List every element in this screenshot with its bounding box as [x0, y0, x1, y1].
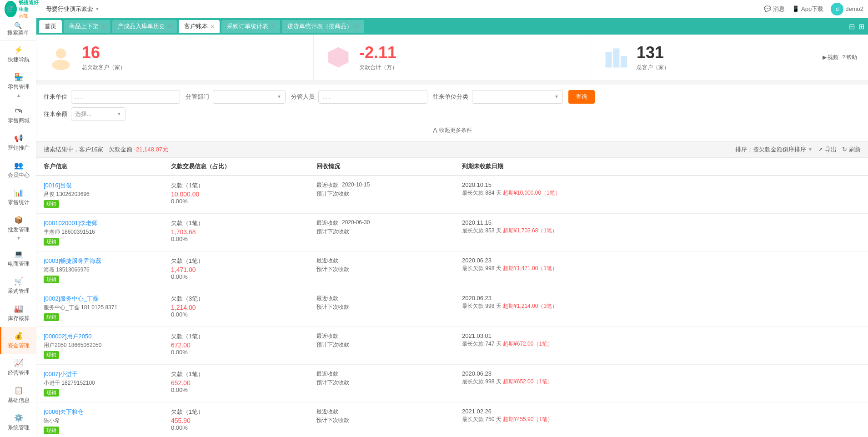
filter-label-person: 分管人员	[291, 93, 315, 101]
chevron-down-icon: ▼	[808, 147, 813, 152]
client-info: [0007]小进干 小进干 18279152100 现销	[44, 370, 171, 397]
debt-info: 欠款（3笔） 1,214.00 0.00%	[171, 295, 316, 318]
export-button[interactable]: ↗ 导出	[818, 146, 837, 154]
stat-card-debt-customers: 16 总欠款客户（家）	[36, 35, 314, 80]
filter-select-category[interactable]: ▼	[472, 90, 563, 104]
client-name[interactable]: [0002]服务中心_丁磊	[44, 295, 171, 303]
client-info: [000002]用户2050 用户2050 18665062050 现销	[44, 332, 171, 359]
refresh-button[interactable]: ↻ 刷新	[842, 146, 861, 154]
tab-production-history[interactable]: 产成品入库单历史 ✕	[112, 20, 177, 33]
client-name[interactable]: [0001020001]李老师	[44, 219, 171, 227]
overdue-link[interactable]: 超期¥1,703.68（1笔）	[503, 227, 557, 234]
client-name[interactable]: [0007]小进干	[44, 370, 171, 378]
client-tag: 现销	[44, 427, 59, 434]
help-icon: ?	[842, 54, 845, 60]
refresh-icon: ↻	[842, 146, 847, 153]
user-avatar[interactable]: d demo2	[831, 3, 863, 15]
debt-amount: 455.90	[171, 417, 316, 424]
overdue-link[interactable]: 超期¥1,214.00（3笔）	[503, 303, 557, 309]
recovery-info: 最近收款 预计下次收款	[316, 408, 462, 425]
tab-expand-icon[interactable]: ⊞	[858, 22, 864, 31]
sidebar-item-quick-nav[interactable]: ⚡ 快捷导航	[0, 41, 36, 68]
debt-count: 欠款（1笔）	[171, 332, 316, 341]
sidebar-item-system[interactable]: ⚙️ 系统管理	[0, 409, 36, 436]
sort-select[interactable]: 排序：按欠款金额倒序排序 ▼	[735, 146, 813, 154]
filter-item-category: 往来单位分类 ▼	[433, 90, 563, 104]
app-container: 🛒 畅捷通好生意 示范 母婴行业演示账套 ▼ 💬 消息 📱 App下载 d de…	[0, 0, 868, 437]
video-icon: ▶	[823, 54, 827, 60]
tab-product-listing[interactable]: 商品上下架 ✕	[64, 20, 110, 33]
sidebar-item-marketing[interactable]: 📢 营销推广	[0, 129, 36, 156]
overdue-date: 2020.06.23	[462, 257, 861, 264]
filter-row-2: 往来余额 选择... ▼	[44, 107, 861, 121]
filter-input-client[interactable]: ...	[71, 90, 180, 104]
client-tag: 现销	[44, 351, 59, 359]
sidebar-item-retail-mgmt[interactable]: 🏪 零售管理 ▲	[0, 68, 36, 102]
table-row: [0003]畅捷服务尹海蕊 海燕 18513066976 现销 欠款（1笔） 1…	[36, 251, 868, 289]
tab-customer-account[interactable]: 客户账本 ✕	[179, 20, 220, 33]
sidebar-item-finance[interactable]: 💰 资金管理	[0, 327, 36, 354]
sidebar-item-purchase[interactable]: 🛒 采购管理	[0, 272, 36, 300]
total-customers-number: 131	[637, 44, 815, 62]
client-tag: 现销	[44, 238, 59, 246]
col-header-recovery: 回收情况	[316, 162, 462, 171]
debt-amount-label: 欠款合计（万）	[359, 64, 580, 71]
client-name[interactable]: [0006]去下粮仓	[44, 408, 171, 416]
client-name[interactable]: [0016]吕俊	[44, 181, 171, 190]
debt-amount: 1,703.68	[171, 228, 316, 236]
debt-count: 欠款（1笔）	[171, 408, 316, 416]
tab-bar-controls: ⊟ ⊞	[849, 22, 866, 31]
tab-home[interactable]: 首页	[39, 20, 62, 33]
stat-card-total-customers: 131 总客户（家） ▶ 视频 ? 帮助	[591, 35, 868, 80]
search-menu[interactable]: 🔍 搜索菜单	[0, 18, 36, 41]
overdue-link[interactable]: 超期¥455.90（1笔）	[503, 416, 553, 422]
avatar: d	[831, 3, 843, 15]
message-button[interactable]: 💬 消息	[764, 5, 785, 13]
tab-close-icon[interactable]: ✕	[211, 24, 214, 29]
overdue-link[interactable]: 超期¥1,471.00（1笔）	[503, 265, 557, 271]
video-link[interactable]: ▶ 视频	[823, 54, 838, 61]
tab-collapse-icon[interactable]: ⊟	[849, 22, 855, 31]
filter-select-balance[interactable]: 选择... ▼	[71, 107, 125, 121]
search-button[interactable]: 查询	[568, 90, 595, 104]
col-header-debt: 欠款交易信息（占比）	[171, 162, 316, 171]
recovery-next: 预计下次收款	[316, 341, 462, 349]
overdue-link[interactable]: 超期¥672.00（1笔）	[503, 341, 553, 347]
overdue-detail: 最长欠款 884 天 超期¥10,000.00（1笔）	[462, 189, 861, 197]
recovery-last: 最近收款	[316, 257, 462, 265]
store-selector[interactable]: 母婴行业演示账套 ▼	[41, 0, 106, 18]
help-link[interactable]: ? 帮助	[842, 54, 857, 61]
overdue-detail: 最长欠款 853 天 超期¥1,703.68（1笔）	[462, 227, 861, 235]
filter-input-person[interactable]: ...	[318, 90, 427, 104]
sidebar-item-retail-stats[interactable]: 📊 零售统计	[0, 184, 36, 211]
sidebar-item-inventory[interactable]: 🏭 库存核算	[0, 300, 36, 327]
overdue-info: 2021.02.26 最长欠款 750 天 超期¥455.90（1笔）	[462, 408, 861, 423]
sidebar-item-ecommerce[interactable]: 💻 电商管理	[0, 245, 36, 272]
tab-close-icon[interactable]: ✕	[168, 24, 171, 29]
filter-select-dept[interactable]: ▼	[213, 90, 286, 104]
content-area: 首页 商品上下架 ✕ 产成品入库单历史 ✕ 客户账本 ✕ 采购订单统计表 ✕	[36, 18, 868, 437]
tab-purchase-stats[interactable]: 采购订单统计表 ✕	[221, 20, 280, 33]
logo-area: 🛒 畅捷通好生意 示范	[5, 0, 41, 19]
stats-row: 16 总欠款客户（家） ¥ -2.11	[36, 35, 868, 81]
client-name[interactable]: [0003]畅捷服务尹海蕊	[44, 257, 171, 265]
sidebar-item-batch-mgmt[interactable]: 📦 批发管理 ▼	[0, 211, 36, 245]
sidebar-item-basic-info[interactable]: 📋 基础信息	[0, 382, 36, 409]
overdue-info: 2020.11.15 最长欠款 853 天 超期¥1,703.68（1笔）	[462, 219, 861, 235]
tab-close-icon[interactable]: ✕	[101, 24, 105, 29]
tab-purchase-product-stats[interactable]: 进货单统计表（按商品） ✕	[282, 20, 364, 33]
tab-close-icon[interactable]: ✕	[355, 24, 359, 29]
client-name[interactable]: [000002]用户2050	[44, 332, 171, 341]
filter-label-client: 往来单位	[44, 93, 67, 101]
app-download-button[interactable]: 📱 App下载	[792, 5, 823, 13]
tab-bar: 首页 商品上下架 ✕ 产成品入库单历史 ✕ 客户账本 ✕ 采购订单统计表 ✕	[36, 18, 868, 35]
sidebar-item-retail-mall[interactable]: 🛍 零售商城	[0, 102, 36, 129]
overdue-link[interactable]: 超期¥10,000.00（1笔）	[503, 190, 561, 196]
sidebar-item-operations[interactable]: 📈 经营管理	[0, 354, 36, 382]
svg-rect-6	[621, 56, 627, 67]
sidebar-item-member[interactable]: 👥 会员中心	[0, 156, 36, 184]
overdue-link[interactable]: 超期¥652.00（1笔）	[503, 378, 553, 385]
filter-label-balance: 往来余额	[44, 110, 67, 118]
tab-close-icon[interactable]: ✕	[271, 24, 275, 29]
collapse-button[interactable]: ⋀ 收起更多条件	[429, 125, 476, 136]
